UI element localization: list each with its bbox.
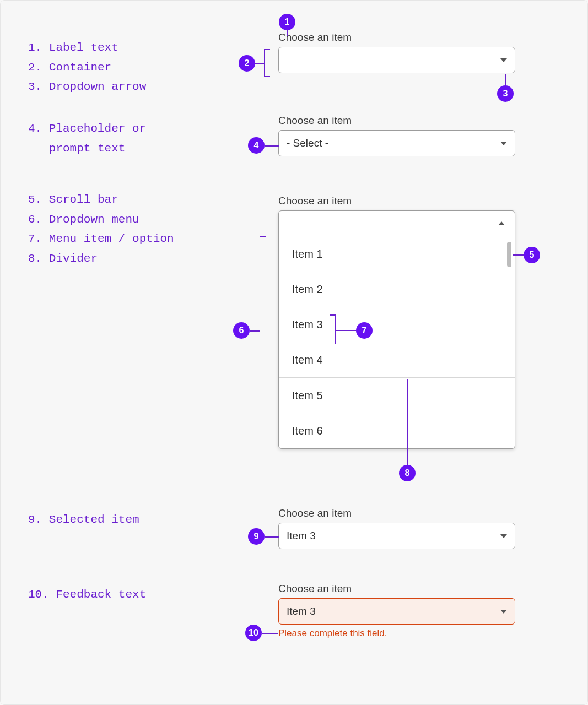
annotation-line [265, 536, 279, 538]
menu-item-label: Item 2 [292, 283, 323, 296]
annotation-badge-8: 8 [399, 465, 416, 481]
dropdown-placeholder: - Select - [287, 137, 328, 149]
dropdown-example-open: Choose an item Item 1 Item 2 Item 3 Item… [278, 195, 515, 449]
chevron-down-icon [500, 610, 507, 614]
annotation-line [505, 74, 506, 86]
dropdown-selected-value: Item 3 [287, 605, 316, 617]
legend-group-1: 1. Label text 2. Container 3. Dropdown a… [28, 38, 146, 97]
dropdown-example-selected: Choose an item Item 3 [278, 507, 515, 549]
legend-group-5: 5. Scroll bar 6. Dropdown menu 7. Menu i… [28, 190, 174, 269]
chevron-down-icon [500, 534, 507, 538]
annotation-badge-6: 6 [233, 322, 250, 339]
dropdown-example-error: Choose an item Item 3 Please complete th… [278, 583, 515, 639]
chevron-down-icon [500, 142, 507, 145]
chevron-up-icon [498, 221, 505, 225]
menu-item-label: Item 4 [292, 354, 323, 366]
legend-group-10: 10. Feedback text [28, 585, 146, 605]
menu-item-label: Item 5 [292, 389, 323, 402]
dropdown-selected-value: Item 3 [287, 530, 316, 542]
chevron-down-icon [500, 58, 507, 62]
annotation-badge-1: 1 [279, 14, 295, 30]
feedback-text: Please complete this field. [278, 628, 515, 639]
menu-item-label: Item 3 [292, 318, 323, 331]
annotation-badge-5: 5 [524, 247, 540, 263]
menu-item[interactable]: Item 2 [279, 272, 515, 307]
dropdown-container[interactable] [278, 47, 515, 73]
menu-item-label: Item 6 [292, 425, 323, 437]
dropdown-example-placeholder: Choose an item - Select - [278, 115, 515, 156]
menu-item[interactable]: Item 5 [279, 378, 515, 413]
scrollbar-thumb[interactable] [507, 242, 511, 267]
dropdown-menu-items: Item 1 Item 2 Item 3 Item 4 Item 5 Item … [279, 236, 515, 448]
annotation-badge-2: 2 [239, 55, 255, 72]
menu-item[interactable]: Item 6 [279, 413, 515, 448]
annotation-line [407, 379, 408, 465]
annotation-line [336, 330, 356, 331]
dropdown-label: Choose an item [278, 583, 515, 595]
annotation-line [513, 254, 524, 256]
annotation-line [255, 63, 264, 64]
annotation-badge-10: 10 [245, 625, 262, 641]
menu-item-label: Item 1 [292, 248, 323, 261]
dropdown-label: Choose an item [278, 115, 515, 127]
dropdown-container[interactable]: - Select - [278, 130, 515, 156]
annotation-bracket [260, 236, 260, 451]
menu-item[interactable]: Item 1 [279, 236, 515, 272]
legend-group-9: 9. Selected item [28, 510, 139, 530]
annotation-badge-3: 3 [497, 85, 514, 102]
dropdown-menu: Item 1 Item 2 Item 3 Item 4 Item 5 Item … [278, 210, 515, 449]
annotation-badge-9: 9 [248, 528, 265, 545]
dropdown-label: Choose an item [278, 195, 515, 207]
legend-group-4: 4. Placeholder or prompt text [28, 119, 146, 158]
dropdown-header[interactable] [279, 211, 515, 236]
dropdown-label: Choose an item [278, 507, 515, 519]
menu-item[interactable]: Item 4 [279, 342, 515, 377]
annotation-badge-7: 7 [356, 322, 373, 339]
menu-item[interactable]: Item 3 [279, 307, 515, 342]
annotation-line [287, 30, 288, 36]
dropdown-container[interactable]: Item 3 [278, 523, 515, 549]
annotation-bracket [330, 314, 336, 344]
dropdown-example-empty: Choose an item [278, 31, 515, 73]
dropdown-container-error[interactable]: Item 3 [278, 598, 515, 625]
annotation-badge-4: 4 [248, 137, 265, 154]
annotation-line [250, 330, 260, 332]
annotation-line [262, 633, 278, 634]
dropdown-label: Choose an item [278, 31, 515, 44]
annotation-bracket [264, 49, 265, 77]
annotation-line [265, 145, 279, 147]
